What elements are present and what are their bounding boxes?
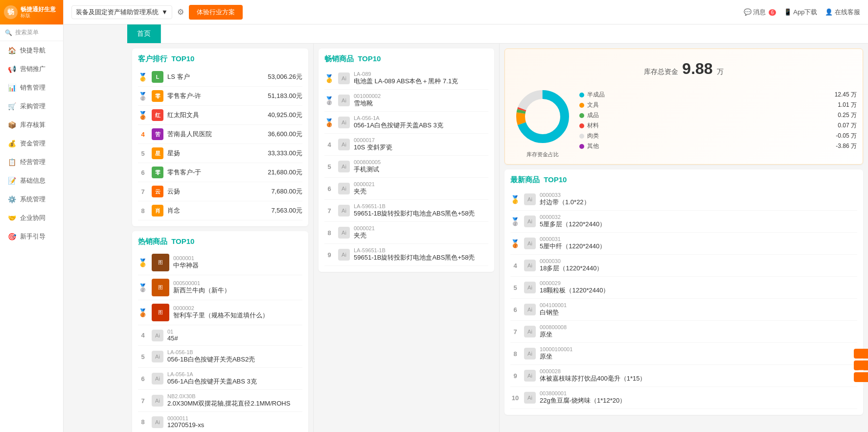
legend-name: 半成品 bbox=[587, 91, 832, 99]
legend-val: -0.05 万 bbox=[836, 132, 857, 140]
avatar: 云 bbox=[152, 186, 163, 197]
notification-item[interactable]: 💬 消息 6 bbox=[744, 8, 777, 17]
sidebar-item-collab[interactable]: 🤝 企业协同 bbox=[0, 209, 63, 227]
sidebar-item-system[interactable]: ⚙️ 系统管理 bbox=[0, 190, 63, 209]
product-info: 0000028 体被嘉枝味苏打饮品400毫升（1*15） bbox=[540, 368, 857, 383]
system-selector[interactable]: 装备及固定资产辅助管理系统 ▼ bbox=[71, 5, 172, 19]
rank-num: 7 bbox=[324, 207, 334, 215]
customer-name: 肖念 bbox=[167, 206, 267, 215]
medal-icon: 🥇 bbox=[510, 195, 520, 204]
legend-val: -3.86 万 bbox=[836, 142, 857, 150]
product-name: 056-1B白色按键开关壳ABS2壳 bbox=[167, 355, 302, 364]
new-products-title: 最新商品 TOP10 bbox=[510, 175, 567, 185]
sidebar-item-marketing[interactable]: 📢 营销推广 bbox=[0, 60, 63, 78]
sidebar-item-basics[interactable]: 📝 基础信息 bbox=[0, 171, 63, 190]
sidebar-item-home[interactable]: 🏠 快捷导航 bbox=[0, 41, 63, 60]
product-info: 0000021 夹壳 bbox=[354, 225, 488, 240]
sidebar-item-label: 资金管理 bbox=[20, 139, 46, 148]
product-info: 004100001 白钢垫 bbox=[540, 302, 857, 317]
product-info: 01 45# bbox=[167, 329, 302, 342]
product-code: 0000033 bbox=[540, 192, 857, 198]
product-code: 0000031 bbox=[540, 236, 857, 242]
settings-icon[interactable]: ⚙ bbox=[177, 7, 184, 17]
rank-num: 6 bbox=[324, 185, 334, 192]
sidebar-item-guide[interactable]: 🎯 新手引导 bbox=[0, 227, 63, 246]
product-thumb: Ai bbox=[524, 370, 536, 382]
rank-item: 🥉 红 红太阳文具 40,925.00元 bbox=[138, 106, 302, 125]
new-products-header: 最新商品 TOP10 bbox=[510, 175, 857, 185]
rank-item: 4 Ai 0000030 18多层（1220*2440） bbox=[510, 255, 857, 277]
inventory-total: 库存总资金 9.88 万 bbox=[511, 55, 857, 81]
product-code: 003800001 bbox=[540, 390, 857, 396]
rank-item: 7 Ai 000800008 原坐 bbox=[510, 321, 857, 343]
product-thumb: Ai bbox=[524, 260, 536, 271]
customer-ranking-subtitle: TOP10 bbox=[171, 54, 194, 63]
page-tab-bar: 首页 bbox=[127, 24, 868, 44]
avatar: 肖 bbox=[152, 205, 163, 216]
online-service-item[interactable]: 👤 在线客服 bbox=[825, 8, 860, 17]
product-item: 7 Ai NB2.0X30B 2.0X30MM双摆花轴,摆花直径2.1MM/RO… bbox=[138, 390, 302, 412]
product-name: 雪地靴 bbox=[354, 99, 488, 108]
sidebar-item-sales[interactable]: 📊 销售管理 bbox=[0, 78, 63, 97]
sidebar-item-label: 采购管理 bbox=[20, 102, 46, 111]
sidebar-item-purchase[interactable]: 🛒 采购管理 bbox=[0, 97, 63, 116]
experience-button[interactable]: 体验行业方案 bbox=[189, 5, 243, 20]
customer-value: 53,006.26元 bbox=[268, 72, 302, 81]
sidebar-item-finance[interactable]: 💰 资金管理 bbox=[0, 134, 63, 153]
rank-item: 6 Ai 0000021 夹壳 bbox=[324, 178, 488, 200]
customer-value: 7,680.00元 bbox=[271, 187, 302, 196]
rank-num: 4 bbox=[324, 141, 334, 148]
notification-icon: 💬 bbox=[744, 8, 752, 16]
customer-ranking-title: 客户排行 TOP10 bbox=[138, 54, 194, 64]
sidebar-item-label: 企业协同 bbox=[20, 214, 46, 222]
sidebar-item-inventory[interactable]: 📦 库存核算 bbox=[0, 116, 63, 134]
product-name: 056-1A白色按键开关盖ABS 3克 bbox=[167, 377, 302, 386]
sidebar-item-label: 经营管理 bbox=[20, 158, 46, 167]
product-name: 2.0X30MM双摆花轴,摆花直径2.1MM/ROHS bbox=[167, 399, 302, 408]
product-name: 12070519-xs bbox=[167, 421, 302, 429]
product-item: 🥇 图 0000001 中华神器 bbox=[138, 250, 302, 275]
rank-num: 9 bbox=[324, 251, 334, 259]
product-code: LA-59651-1B bbox=[354, 247, 488, 253]
product-name: 白钢垫 bbox=[540, 308, 857, 317]
product-thumb: Ai bbox=[338, 183, 350, 194]
customer-name: 苦南县人民医院 bbox=[167, 130, 264, 139]
product-info: LA-056-1A 056-1A白色按键开关盖ABS 3克 bbox=[354, 115, 488, 130]
product-item: 5 Ai LA-056-1B 056-1B白色按键开关壳ABS2壳 bbox=[138, 346, 302, 368]
product-name: 体被嘉枝味苏打饮品400毫升（1*15） bbox=[540, 374, 857, 383]
product-info: LA-59651-1B 59651-1B旋转投影灯电池盒ABS黑色+58壳 bbox=[354, 203, 488, 218]
product-code: 0000028 bbox=[540, 368, 857, 374]
sidebar-item-operations[interactable]: 📋 经营管理 bbox=[0, 153, 63, 171]
customer-name: 零售客户-许 bbox=[167, 92, 264, 100]
hot-products-subtitle: TOP10 bbox=[171, 237, 194, 245]
product-info: 0000017 10S 变斜罗瓷 bbox=[354, 137, 488, 152]
rank-item: 🥈 Ai 001000002 雪地靴 bbox=[324, 90, 488, 112]
rank-num: 7 bbox=[510, 328, 520, 336]
product-name: 原坐 bbox=[540, 330, 857, 339]
product-thumb: 图 bbox=[152, 279, 169, 296]
product-code: 0000021 bbox=[354, 181, 488, 187]
product-thumb: Ai bbox=[524, 216, 536, 227]
product-code: 0000032 bbox=[540, 214, 857, 220]
rank-item: 9 Ai LA-59651-1B 59651-1B旋转投影灯电池盒ABS黑色+5… bbox=[324, 244, 488, 266]
rank-item: 5 星 星扬 33,333.00元 bbox=[138, 144, 302, 163]
rank-num: 8 bbox=[324, 229, 334, 237]
cs-live-button[interactable]: 直播 bbox=[854, 372, 868, 382]
product-thumb: Ai bbox=[152, 416, 163, 428]
cs-community-button[interactable]: 服务社区 bbox=[854, 360, 868, 370]
sidebar-search[interactable]: 🔍 搜索菜单 bbox=[0, 24, 63, 41]
product-thumb: Ai bbox=[338, 161, 350, 172]
cs-hotline-button[interactable]: 客服热线 bbox=[854, 349, 868, 359]
app-download-item[interactable]: 📱 App下载 bbox=[784, 8, 817, 17]
tab-home[interactable]: 首页 bbox=[127, 24, 161, 43]
legend-name: 肉类 bbox=[587, 132, 833, 140]
product-thumb: Ai bbox=[338, 205, 350, 216]
product-info: LA-089 电池盖 LA-089 ABS本色＋黑种 7.1克 bbox=[354, 71, 488, 86]
rank-num: 4 bbox=[138, 332, 148, 339]
product-thumb: Ai bbox=[152, 373, 163, 384]
product-name: 18多层（1220*2440） bbox=[540, 264, 857, 273]
legend-dot bbox=[579, 134, 584, 139]
product-thumb: Ai bbox=[524, 193, 536, 205]
rank-item: 7 云 云扬 7,680.00元 bbox=[138, 182, 302, 201]
customer-name: LS 客户 bbox=[167, 72, 264, 81]
